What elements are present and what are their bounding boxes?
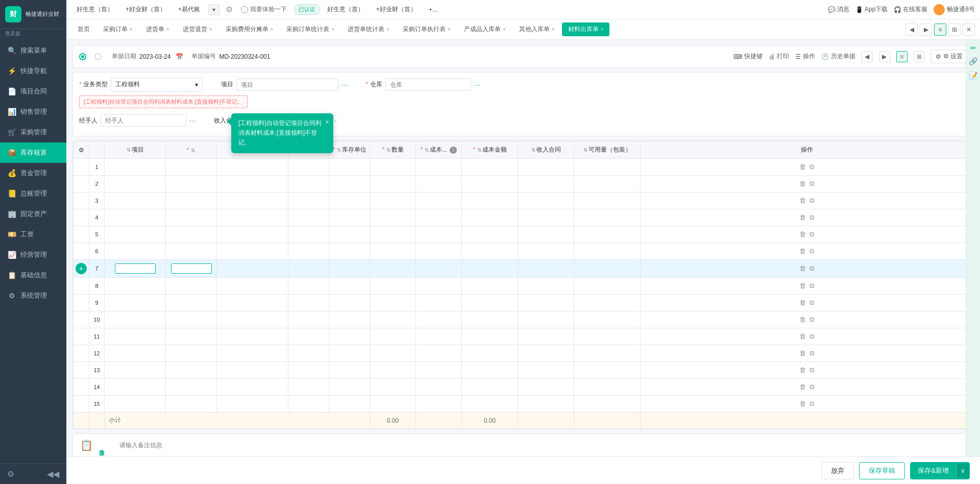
cell-spec[interactable] [288, 311, 329, 328]
copy-row-btn[interactable]: ⧉ [808, 348, 815, 358]
delete-row-btn[interactable]: 🗑 [798, 331, 807, 341]
sidebar-item-inventory[interactable]: 📦 库存核算 [0, 142, 66, 163]
cell-name[interactable] [217, 311, 288, 328]
cell-unit[interactable] [329, 379, 370, 396]
sort-icon[interactable]: ⇅ [425, 147, 429, 153]
cell-quantity[interactable] [370, 192, 416, 209]
tab-close-icon[interactable]: × [271, 27, 274, 32]
cell-quantity[interactable] [370, 278, 416, 295]
cell-cost-amount[interactable] [462, 226, 518, 243]
shortcut-key-btn[interactable]: ⌨ 快捷键 [733, 52, 763, 61]
topbar-nav-haoyecai[interactable]: +好业财（首） [120, 3, 171, 16]
cell-spec[interactable] [288, 226, 329, 243]
cell-spec[interactable] [288, 209, 329, 226]
table-settings-icon[interactable]: ⚙ [79, 147, 84, 154]
cell-name[interactable] [217, 176, 288, 192]
cell-spec[interactable] [288, 328, 329, 345]
delete-row-btn[interactable]: 🗑 [798, 365, 807, 375]
cell-income-contract[interactable] [518, 226, 574, 243]
cell-quantity[interactable] [370, 260, 416, 278]
code-cell-input[interactable] [171, 263, 212, 274]
cell-quantity[interactable] [370, 311, 416, 328]
cell-available[interactable] [574, 345, 641, 362]
subtopbar-list-view-btn[interactable]: ⊞ [948, 23, 961, 36]
cell-income-contract[interactable] [518, 295, 574, 311]
sidebar-item-finance[interactable]: 💰 资金管理 [0, 163, 66, 183]
sidebar-item-system[interactable]: ⚙ 系统管理 [0, 285, 66, 306]
cell-available[interactable] [574, 278, 641, 295]
cell-project[interactable] [105, 379, 166, 396]
cell-cost-price[interactable] [416, 362, 462, 379]
tab-other-in[interactable]: 其他入库单 × [513, 22, 561, 36]
col-header-code[interactable]: ⇅ [166, 141, 217, 159]
doc-list-view-btn[interactable]: ⊞ [914, 51, 925, 62]
cell-available[interactable] [574, 379, 641, 396]
discard-btn[interactable]: 放弃 [821, 462, 854, 479]
cell-name[interactable] [217, 295, 288, 311]
cell-quantity[interactable] [370, 379, 416, 396]
sidebar-item-operations[interactable]: 📈 经营管理 [0, 245, 66, 265]
sort-icon[interactable]: ⇅ [191, 148, 195, 153]
tab-close-icon[interactable]: × [166, 27, 169, 32]
cell-code[interactable] [166, 396, 217, 413]
cell-unit[interactable] [329, 396, 370, 413]
copy-row-btn[interactable]: ⧉ [808, 382, 815, 392]
tab-product-in[interactable]: 产成品入库单 × [458, 22, 512, 36]
cell-name[interactable] [217, 192, 288, 209]
col-header-income-contract[interactable]: ⇅收入合同 [518, 141, 574, 159]
cell-unit[interactable] [329, 192, 370, 209]
cell-spec[interactable] [288, 176, 329, 192]
cell-spec[interactable] [288, 159, 329, 176]
tab-close-icon[interactable]: × [130, 27, 133, 32]
cell-available[interactable] [574, 396, 641, 413]
project-more-icon[interactable]: ··· [341, 81, 348, 89]
cell-quantity[interactable] [370, 345, 416, 362]
cell-name-active[interactable] [217, 260, 288, 278]
tab-purchase-order-exec[interactable]: 采购订单执行表 × [397, 22, 457, 36]
cell-cost-price[interactable] [416, 328, 462, 345]
cell-income-contract[interactable] [518, 209, 574, 226]
col-header-quantity[interactable]: ⇅数量 [370, 141, 416, 159]
cell-available[interactable] [574, 209, 641, 226]
cell-cost-price[interactable] [416, 345, 462, 362]
sort-icon[interactable]: ⇅ [337, 147, 341, 153]
tab-material-out[interactable]: 材料出库单 × [562, 22, 610, 36]
topbar-message-btn[interactable]: 💬 消息 [828, 5, 849, 14]
cell-project-active[interactable] [105, 260, 166, 278]
cell-unit[interactable] [329, 176, 370, 192]
delete-row-btn[interactable]: 🗑 [798, 162, 807, 172]
cell-project[interactable] [105, 176, 166, 192]
cell-cost-amount[interactable] [462, 278, 518, 295]
cell-income-contract[interactable] [518, 328, 574, 345]
cell-unit[interactable] [329, 243, 370, 260]
cell-cost-amount[interactable] [462, 295, 518, 311]
cell-spec[interactable] [288, 396, 329, 413]
delete-row-btn[interactable]: 🗑 [798, 314, 807, 324]
tab-purchase-order[interactable]: 采购订单 × [97, 22, 139, 36]
tab-close-material-out-icon[interactable]: × [601, 27, 604, 32]
calendar-icon[interactable]: 📅 [176, 53, 183, 60]
cell-cost-amount[interactable] [462, 159, 518, 176]
tab-purchase-in[interactable]: 进货单 × [140, 22, 176, 36]
cell-spec[interactable] [288, 192, 329, 209]
copy-row-btn[interactable]: ⧉ [808, 399, 815, 409]
delete-row-btn[interactable]: 🗑 [798, 348, 807, 358]
cell-income-contract[interactable] [518, 345, 574, 362]
sort-icon[interactable]: ⇅ [477, 147, 481, 153]
cell-code[interactable] [166, 379, 217, 396]
save-draft-btn[interactable]: 保存草稿 [859, 462, 905, 479]
tab-close-icon[interactable]: × [386, 27, 389, 32]
cell-code[interactable] [166, 159, 217, 176]
topbar-nav-haoshengyi2[interactable]: 好生意（首） [322, 3, 369, 16]
cell-cost-price[interactable] [416, 278, 462, 295]
delete-row-btn[interactable]: 🗑 [798, 399, 807, 408]
subtopbar-close-all-btn[interactable]: ✕ [963, 23, 975, 36]
topbar-app-download-btn[interactable]: 📱 App下载 [855, 5, 888, 14]
cell-unit[interactable] [329, 278, 370, 295]
cell-unit[interactable] [329, 311, 370, 328]
subtopbar-prev-btn[interactable]: ◀ [905, 23, 918, 36]
copy-row-btn[interactable]: ⧉ [808, 162, 815, 172]
tooltip-close-btn[interactable]: × [325, 116, 329, 128]
cell-cost-price[interactable] [416, 311, 462, 328]
cell-spec[interactable] [288, 243, 329, 260]
